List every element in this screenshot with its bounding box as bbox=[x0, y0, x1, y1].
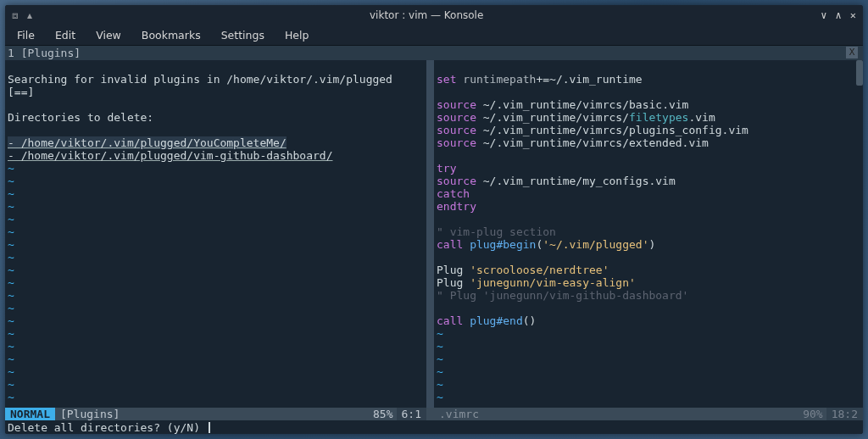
buffer-name: [Plugins] bbox=[55, 408, 125, 420]
menu-edit[interactable]: Edit bbox=[55, 29, 75, 42]
tilde-line: ~ bbox=[8, 340, 14, 353]
tilde-line: ~ bbox=[8, 314, 14, 327]
tilde-line: ~ bbox=[8, 200, 14, 213]
cursor-position: 18:2 bbox=[826, 408, 863, 420]
tilde-line: ~ bbox=[437, 327, 443, 340]
code-line: try bbox=[437, 162, 456, 175]
line: [==] bbox=[8, 86, 34, 98]
titlebar[interactable]: ⧈ ▴ viktor : vim — Konsole ∨ ∧ ✕ bbox=[5, 5, 863, 25]
statusline-left: NORMAL [Plugins] 85% 6:1 bbox=[5, 408, 426, 420]
menu-bookmarks[interactable]: Bookmarks bbox=[142, 29, 201, 42]
close-icon[interactable]: ✕ bbox=[850, 9, 856, 21]
vim-command-line[interactable]: Delete all directories? (y/N) bbox=[5, 420, 863, 434]
code-line: source ~/.vim_runtime/vimrcs/plugins_con… bbox=[437, 124, 748, 136]
tabline-close-button[interactable]: X bbox=[846, 47, 858, 58]
code-line: source ~/.vim_runtime/my_configs.vim bbox=[437, 175, 676, 187]
konsole-window: ⧈ ▴ viktor : vim — Konsole ∨ ∧ ✕ File Ed… bbox=[5, 5, 863, 434]
code-line: call plug#begin('~/.vim/plugged') bbox=[437, 238, 655, 251]
tilde-line: ~ bbox=[8, 175, 14, 187]
code-line: endtry bbox=[437, 200, 476, 213]
left-pane-plugins[interactable]: Searching for invalid plugins in /home/v… bbox=[5, 60, 426, 408]
line: Searching for invalid plugins in /home/v… bbox=[8, 73, 392, 86]
tilde-line: ~ bbox=[8, 289, 14, 302]
statusline-split bbox=[426, 408, 434, 420]
menu-help[interactable]: Help bbox=[285, 29, 309, 42]
tilde-line: ~ bbox=[437, 340, 443, 353]
code-line: " Plug 'junegunn/vim-github-dashboard' bbox=[437, 289, 688, 302]
tilde-line: ~ bbox=[437, 365, 443, 378]
minimize-icon[interactable]: ∨ bbox=[821, 9, 826, 21]
tilde-line: ~ bbox=[8, 238, 14, 251]
vim-tabline: 1 [Plugins] X bbox=[5, 46, 863, 60]
right-pane-vimrc[interactable]: set runtimepath+=~/.vim_runtime source ~… bbox=[434, 60, 863, 408]
tilde-line: ~ bbox=[8, 353, 14, 365]
tabline-text[interactable]: 1 [Plugins] bbox=[5, 47, 81, 59]
code-line: Plug 'scrooloose/nerdtree' bbox=[437, 264, 609, 276]
maximize-icon[interactable]: ∧ bbox=[836, 9, 842, 21]
menu-file[interactable]: File bbox=[17, 29, 35, 42]
line: Directories to delete: bbox=[8, 111, 153, 124]
pin-icon[interactable]: ▴ bbox=[27, 9, 32, 21]
prompt-text: Delete all directories? (y/N) bbox=[8, 421, 207, 434]
app-icon: ⧈ bbox=[12, 9, 19, 21]
tilde-line: ~ bbox=[437, 353, 443, 365]
tilde-line: ~ bbox=[8, 225, 14, 238]
code-line: source ~/.vim_runtime/vimrcs/extended.vi… bbox=[437, 136, 709, 149]
code-line: source ~/.vim_runtime/vimrcs/basic.vim bbox=[437, 98, 688, 111]
cursor-icon bbox=[209, 422, 210, 433]
code-line: catch bbox=[437, 187, 470, 200]
tilde-line: ~ bbox=[8, 276, 14, 289]
buffer-name: .vimrc bbox=[434, 408, 484, 420]
tilde-line: ~ bbox=[8, 391, 14, 403]
tilde-line: ~ bbox=[8, 378, 14, 391]
tilde-line: ~ bbox=[8, 162, 14, 175]
menu-view[interactable]: View bbox=[96, 29, 121, 42]
code-line: set runtimepath+=~/.vim_runtime bbox=[437, 73, 643, 86]
tilde-line: ~ bbox=[8, 264, 14, 276]
tilde-line: ~ bbox=[8, 251, 14, 264]
tilde-line: ~ bbox=[8, 213, 14, 225]
terminal-area[interactable]: 1 [Plugins] X Searching for invalid plug… bbox=[5, 46, 863, 434]
menu-settings[interactable]: Settings bbox=[221, 29, 264, 42]
statusline-right: .vimrc 90% 18:2 bbox=[434, 408, 863, 420]
code-line: source ~/.vim_runtime/vimrcs/filetypes.v… bbox=[437, 111, 715, 124]
tilde-line: ~ bbox=[437, 378, 443, 391]
tilde-line: ~ bbox=[8, 365, 14, 378]
mode-indicator: NORMAL bbox=[5, 408, 55, 420]
cursor-position: 6:1 bbox=[397, 408, 426, 420]
menubar: File Edit View Bookmarks Settings Help bbox=[5, 25, 863, 46]
code-line: " vim-plug section bbox=[437, 225, 556, 238]
tilde-line: ~ bbox=[437, 391, 443, 403]
tilde-line: ~ bbox=[8, 302, 14, 314]
tilde-line: ~ bbox=[8, 327, 14, 340]
scroll-percent: 90% bbox=[803, 408, 826, 420]
line-selected: - /home/viktor/.vim/plugged/YouCompleteM… bbox=[8, 136, 287, 149]
scroll-percent: 85% bbox=[373, 408, 396, 420]
line: - /home/viktor/.vim/plugged/vim-github-d… bbox=[8, 149, 333, 162]
code-line: Plug 'junegunn/vim-easy-align' bbox=[437, 276, 636, 289]
scrollbar-thumb[interactable] bbox=[856, 60, 863, 86]
vertical-split-bar[interactable] bbox=[426, 60, 434, 408]
code-line: call plug#end() bbox=[437, 314, 536, 327]
vim-splits: Searching for invalid plugins in /home/v… bbox=[5, 60, 863, 408]
tilde-line: ~ bbox=[8, 187, 14, 200]
statusline-row: NORMAL [Plugins] 85% 6:1 .vimrc 90% 18:2 bbox=[5, 408, 863, 420]
window-title: viktor : vim — Konsole bbox=[39, 9, 814, 21]
